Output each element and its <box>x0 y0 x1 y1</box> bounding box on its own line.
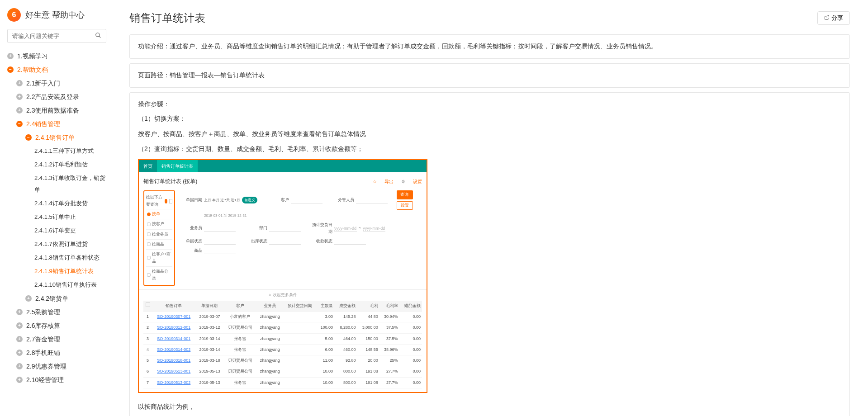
expdate-to[interactable]: yyyy-mm-dd <box>363 225 385 232</box>
table-row[interactable]: 3SO-20190314-0012019-03-14张冬雪zhangyang5.… <box>143 333 422 344</box>
screenshot-1: 首页 销售订单统计表 销售订单统计表 (按单) ☆ 导出 ⚙ 设置 <box>138 159 427 393</box>
nav-leaf[interactable]: 2.4.1.9销售订单统计表 <box>34 265 106 278</box>
nav-leaf[interactable]: 2.4.1.7依照订单进货 <box>34 237 106 251</box>
nav-label: 2.1新手入门 <box>26 77 60 89</box>
expand-icon[interactable] <box>16 377 23 383</box>
expand-icon[interactable] <box>16 107 23 113</box>
collapse-icon[interactable] <box>16 121 23 127</box>
nav-item[interactable]: 2.4.1销售订单 <box>25 131 106 144</box>
nav-leaf[interactable]: 2.4.1.4订单分批发货 <box>34 197 106 210</box>
pay-input[interactable] <box>334 238 366 245</box>
nav-label: 2.9优惠券管理 <box>26 360 66 372</box>
nav-label: 2.4.2销货单 <box>35 293 68 304</box>
nav-item[interactable]: 2.帮助文档 <box>7 63 106 76</box>
scheme-option[interactable]: 按业务员 <box>146 229 172 239</box>
nav-label: 2.4销售管理 <box>26 118 60 130</box>
f-out-label: 出库状态 <box>245 238 267 245</box>
nav-leaf[interactable]: 2.4.1.1三种下订单方式 <box>34 144 106 158</box>
collapse-icon[interactable] <box>7 66 14 73</box>
scheme-option[interactable]: 按商品 <box>146 239 172 249</box>
nav-leaf[interactable]: 2.4.1.6订单变更 <box>34 224 106 237</box>
nav-leaf[interactable]: 2.4.1.8销售订单各种状态 <box>34 251 106 265</box>
table-row[interactable]: 1SO-20190307-0012019-03-07小常的客户zhangyang… <box>143 311 422 322</box>
expand-icon[interactable] <box>16 80 23 86</box>
f-pay-label: 收款状态 <box>310 238 332 245</box>
expand-icon[interactable] <box>16 363 23 369</box>
goods-input[interactable] <box>204 248 236 254</box>
nav-item[interactable]: 2.6库存核算 <box>16 319 106 332</box>
nav-item[interactable]: 2.10经营管理 <box>16 373 106 387</box>
col-header: 毛利率 <box>379 301 399 312</box>
share-button[interactable]: 分享 <box>817 11 850 25</box>
nav-label: 2.3使用前数据准备 <box>26 104 79 116</box>
settings-button[interactable]: 设置 <box>397 201 413 210</box>
collapse-toggle[interactable]: ∧ 收起更多条件 <box>139 289 427 300</box>
table-row[interactable]: 5SO-20190318-0012019-03-18贝贝贸易公司zhangyan… <box>143 355 422 366</box>
sales-input[interactable] <box>204 225 236 232</box>
search-input[interactable] <box>12 33 95 39</box>
nav-label: 2.帮助文档 <box>17 64 48 76</box>
nav-label: 2.7资金管理 <box>26 333 60 345</box>
path-text: 页面路径：销售管理—报表—销售订单统计表 <box>138 71 265 79</box>
nav-leaf[interactable]: 2.4.1.10销售订单执行表 <box>34 278 106 292</box>
nav-item[interactable]: 2.8手机旺铺 <box>16 346 106 359</box>
expand-icon[interactable] <box>16 322 23 329</box>
col-header: 赠品金额 <box>399 301 422 312</box>
scheme-option[interactable]: 按单 <box>146 209 172 219</box>
search-box[interactable] <box>7 29 106 43</box>
col-header: 单据日期 <box>195 301 223 312</box>
nav-item[interactable]: 2.9优惠券管理 <box>16 359 106 373</box>
nav-item[interactable]: 2.3使用前数据准备 <box>16 104 106 117</box>
scheme-option[interactable]: 按商品分类 <box>146 266 172 284</box>
shot-tab-home[interactable]: 首页 <box>139 160 157 172</box>
expand-icon[interactable] <box>7 53 14 59</box>
person-input[interactable] <box>356 197 388 203</box>
nav-item[interactable]: 2.1新手入门 <box>16 76 106 90</box>
f-date-label: 单据日期 <box>180 197 202 203</box>
expand-icon[interactable] <box>16 94 23 100</box>
expand-icon[interactable] <box>25 295 32 302</box>
status-input[interactable] <box>204 238 236 245</box>
table-row[interactable]: 2SO-20190312-0012019-03-12贝贝贸易公司zhangyan… <box>143 322 422 333</box>
nav-item[interactable]: 1.视频学习 <box>7 49 106 63</box>
nav-item[interactable]: 2.5采购管理 <box>16 305 106 319</box>
shot-settings[interactable]: ⚙ 设置 <box>401 179 422 184</box>
nav-label: 2.10经营管理 <box>26 374 64 386</box>
query-button[interactable]: 查询 <box>397 190 413 199</box>
col-header: 毛利 <box>357 301 379 312</box>
table-row[interactable]: 7SO-20190513-0022019-05-13张冬雪zhangyang10… <box>143 377 422 388</box>
scheme-option[interactable]: 按客户+商品 <box>146 249 172 266</box>
nav-label: 2.4.1销售订单 <box>35 132 75 143</box>
date-custom-pill[interactable]: 自定义 <box>242 197 257 204</box>
nav-label: 1.视频学习 <box>17 50 48 62</box>
nav-item[interactable]: 2.4销售管理 <box>16 117 106 131</box>
nav-item[interactable]: 2.4.2销货单 <box>25 292 106 305</box>
table-row[interactable]: 4SO-20190314-0022019-03-14张冬雪zhangyang6.… <box>143 344 422 355</box>
scheme-option[interactable]: 按客户 <box>146 219 172 229</box>
expand-icon[interactable] <box>16 336 23 342</box>
nav-leaf[interactable]: 2.4.1.5订单中止 <box>34 210 106 224</box>
nav-item[interactable]: 2.7资金管理 <box>16 332 106 346</box>
nav-item[interactable]: 2.2产品安装及登录 <box>16 90 106 104</box>
col-header: 客户 <box>224 301 256 312</box>
collapse-icon[interactable] <box>25 134 32 141</box>
shot-export[interactable]: ☆ 导出 <box>373 179 394 184</box>
expand-icon[interactable] <box>16 309 23 315</box>
out-input[interactable] <box>269 238 301 245</box>
search-icon[interactable] <box>95 32 101 40</box>
brand-text: 好生意 帮助中心 <box>25 9 85 20</box>
cust-input[interactable] <box>291 197 323 203</box>
step-1-title: （1）切换方案： <box>138 113 841 124</box>
expand-icon[interactable] <box>16 350 23 356</box>
dept-input[interactable] <box>269 225 301 232</box>
f-status-label: 单据状态 <box>180 238 202 245</box>
nav-leaf[interactable]: 2.4.1.3订单收取订金，销货单 <box>34 171 106 197</box>
date-quick-links[interactable]: 上月 本月 近7天 近1月 <box>204 197 240 203</box>
expdate-from[interactable]: yyyy-mm-dd <box>334 225 357 232</box>
f-sales-label: 业务员 <box>180 225 202 232</box>
sidebar: 6 好生意 帮助中心 1.视频学习2.帮助文档2.1新手入门2.2产品安装及登录… <box>0 0 111 416</box>
table-row[interactable]: 6SO-20190513-0012019-05-13贝贝贸易公司zhangyan… <box>143 366 422 377</box>
shot-tab-main[interactable]: 销售订单统计表 <box>157 160 198 172</box>
nav-label: 2.6库存核算 <box>26 320 60 331</box>
nav-leaf[interactable]: 2.4.1.2订单毛利预估 <box>34 158 106 171</box>
